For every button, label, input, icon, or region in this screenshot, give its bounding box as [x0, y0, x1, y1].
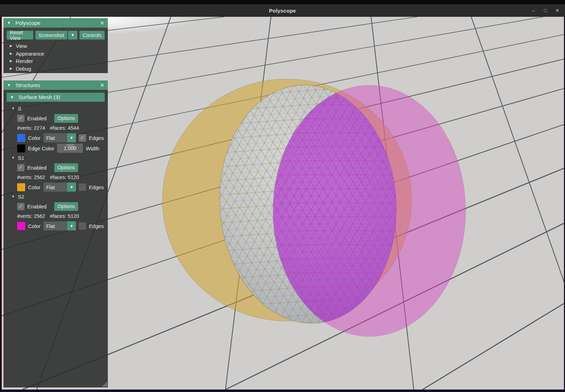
- mesh-stats: #verts: 2274 #faces: 4544: [7, 123, 105, 133]
- shading-dropdown[interactable]: Flat ▼: [43, 133, 76, 142]
- tree-item-render[interactable]: ▶ Render: [7, 57, 105, 65]
- color-label: Color: [28, 223, 41, 229]
- check-icon: ✓: [19, 165, 23, 170]
- screenshot-dropdown-button[interactable]: ▼: [68, 31, 77, 40]
- window-frame-left: [0, 17, 2, 390]
- surface-mesh-group-label: Surface Mesh (3): [19, 94, 60, 100]
- close-button[interactable]: ✕: [554, 4, 561, 17]
- options-button[interactable]: Options: [54, 163, 78, 172]
- verts-count: #verts: 2562: [17, 213, 45, 219]
- tree-item-label: Render: [16, 58, 33, 64]
- enabled-checkbox[interactable]: ✓: [17, 203, 25, 210]
- color-swatch[interactable]: [17, 134, 25, 142]
- dropdown-arrow: ▼: [67, 183, 76, 192]
- verts-count: #verts: 2562: [17, 174, 45, 180]
- collapse-arrow-icon: ▼: [12, 107, 15, 110]
- window-controls: – □ ✕: [530, 4, 561, 17]
- options-button[interactable]: Options: [54, 114, 78, 123]
- tree-item-label: Debug: [16, 66, 31, 72]
- color-swatch[interactable]: [17, 222, 25, 230]
- faces-count: #faces: 5120: [50, 213, 79, 219]
- verts-count: #verts: 2274: [17, 125, 45, 131]
- color-label: Color: [28, 135, 41, 141]
- chevron-down-icon: ▼: [70, 224, 74, 228]
- surface-mesh-group-header[interactable]: ▼ Surface Mesh (3): [7, 93, 105, 102]
- collapse-arrow-icon: ▼: [10, 95, 14, 99]
- tree-item-appearance[interactable]: ▶ Appearance: [7, 50, 105, 58]
- mesh-name: S: [18, 106, 21, 112]
- shading-dropdown[interactable]: Flat ▼: [43, 183, 76, 192]
- structures-panel: ▼ Structures ✕ ▼ Surface Mesh (3) ▼ S ✓ …: [4, 80, 108, 387]
- edge-color-label: Edge Color: [28, 145, 54, 151]
- edge-color-swatch[interactable]: [17, 144, 25, 152]
- edges-label: Edges: [89, 135, 104, 141]
- mesh-header-s1[interactable]: ▼ S1: [7, 154, 105, 162]
- mesh-name: S2: [18, 194, 24, 200]
- collapse-arrow-icon: ▼: [12, 195, 15, 198]
- structures-panel-title: Structures: [15, 82, 100, 88]
- enabled-checkbox[interactable]: ✓: [17, 164, 25, 171]
- controls-button[interactable]: Controls: [79, 31, 105, 40]
- shading-dropdown[interactable]: Flat ▼: [43, 221, 76, 230]
- edges-label: Edges: [89, 223, 104, 229]
- edges-checkbox[interactable]: ✓: [79, 134, 86, 142]
- collapse-arrow-icon[interactable]: ▼: [7, 21, 11, 25]
- tree-item-label: View: [16, 43, 27, 49]
- mesh-header-s[interactable]: ▼ S: [7, 104, 105, 113]
- chevron-down-icon: ▼: [70, 136, 74, 140]
- options-button[interactable]: Options: [54, 202, 78, 211]
- edge-width-value: 1.000: [64, 145, 76, 151]
- edge-width-drag[interactable]: 1.000: [57, 144, 83, 153]
- titlebar[interactable]: Polyscope – □ ✕: [0, 4, 565, 17]
- polyscope-panel-header[interactable]: ▼ Polyscope ✕: [4, 18, 108, 28]
- expand-arrow-icon: ▶: [10, 44, 12, 48]
- mesh-name: S1: [18, 155, 24, 161]
- window-frame-top: [0, 0, 565, 4]
- tree-item-label: Appearance: [16, 51, 44, 57]
- tree-item-view[interactable]: ▶ View: [7, 42, 105, 50]
- dropdown-arrow: ▼: [67, 221, 76, 230]
- polyscope-panel-title: Polyscope: [15, 20, 100, 26]
- collapse-arrow-icon: ▼: [12, 156, 15, 159]
- mesh-header-s2[interactable]: ▼ S2: [7, 192, 105, 201]
- close-icon[interactable]: ✕: [100, 20, 104, 26]
- minimize-button[interactable]: –: [530, 4, 537, 17]
- shading-value: Flat: [43, 221, 67, 230]
- faces-count: #faces: 5120: [50, 174, 79, 180]
- color-label: Color: [28, 184, 41, 190]
- chevron-down-icon: ▼: [71, 33, 75, 37]
- window-title: Polyscope: [269, 8, 296, 14]
- tree-item-debug[interactable]: ▶ Debug: [7, 65, 105, 73]
- expand-arrow-icon: ▶: [10, 52, 12, 55]
- toolbar: Reset View Screenshot ▼ Controls: [7, 31, 105, 40]
- enabled-label: Enabled: [27, 204, 47, 209]
- edges-checkbox[interactable]: [79, 184, 86, 191]
- check-icon: ✓: [19, 115, 23, 121]
- check-icon: ✓: [19, 204, 23, 209]
- sphere-s2-pink: [273, 85, 466, 336]
- shading-value: Flat: [43, 183, 67, 192]
- collapse-arrow-icon[interactable]: ▼: [7, 83, 11, 87]
- edges-label: Edges: [89, 184, 104, 190]
- window-frame-bottom: [0, 390, 565, 392]
- maximize-button[interactable]: □: [542, 4, 549, 17]
- polyscope-panel: ▼ Polyscope ✕ Reset View Screenshot ▼ Co…: [4, 18, 108, 73]
- shading-value: Flat: [43, 133, 67, 142]
- expand-arrow-icon: ▶: [10, 59, 12, 63]
- chevron-down-icon: ▼: [70, 185, 74, 189]
- close-icon[interactable]: ✕: [100, 82, 104, 88]
- color-swatch[interactable]: [17, 183, 25, 191]
- dropdown-arrow: ▼: [67, 133, 76, 142]
- panel-resize-grip[interactable]: [102, 382, 107, 387]
- edges-checkbox[interactable]: [79, 222, 86, 230]
- faces-count: #faces: 4544: [50, 125, 79, 131]
- expand-arrow-icon: ▶: [10, 67, 12, 70]
- screenshot-button[interactable]: Screenshot: [35, 31, 67, 40]
- mesh-stats: #verts: 2562 #faces: 5120: [7, 173, 105, 182]
- check-icon: ✓: [80, 135, 85, 141]
- reset-view-button[interactable]: Reset View: [7, 31, 33, 40]
- enabled-label: Enabled: [27, 115, 47, 121]
- structures-panel-header[interactable]: ▼ Structures ✕: [4, 80, 108, 90]
- width-label: Width: [86, 145, 99, 151]
- enabled-checkbox[interactable]: ✓: [17, 115, 25, 122]
